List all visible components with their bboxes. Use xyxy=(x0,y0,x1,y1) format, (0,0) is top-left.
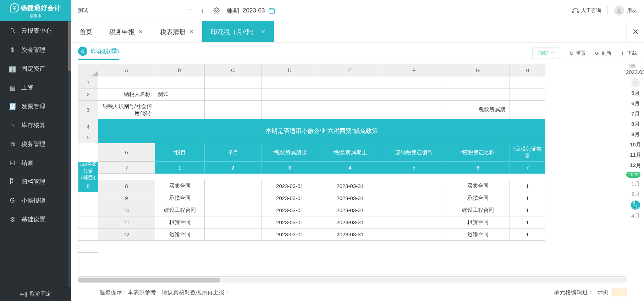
sheet-hscroll-thumb[interactable] xyxy=(78,278,220,283)
cell-tax-item[interactable]: 租赁合同 xyxy=(155,216,205,229)
company-selector[interactable]: 测试 ﹀ xyxy=(78,5,192,16)
spreadsheet[interactable]: ABCDEFGH12纳税人名称:测试3纳税人识别号/社会信用代码:税款所属期:4… xyxy=(78,64,630,277)
period-month[interactable]: 12月 xyxy=(628,161,643,170)
download-button[interactable]: ⤓ 下载 xyxy=(621,50,637,57)
calendar-icon[interactable] xyxy=(268,7,275,14)
tab[interactable]: 税表清册✕ xyxy=(152,21,202,42)
cell-period-start[interactable]: 2023-03-01 xyxy=(262,192,318,204)
cell-cert-name[interactable]: 承揽合同 xyxy=(446,192,510,204)
tab-close-icon[interactable]: ✕ xyxy=(138,28,143,35)
cell-cert-name[interactable]: 租赁合同 xyxy=(446,216,510,229)
cell-tax-item[interactable]: 买卖合同 xyxy=(155,180,205,192)
sidebar-item-calc[interactable]: ▦工资 xyxy=(0,78,71,97)
cell-cert-name[interactable]: 建设工程合同 xyxy=(446,204,510,216)
period-month[interactable]: 11月 xyxy=(628,151,643,159)
cell-period-end[interactable]: 2023-03-31 xyxy=(318,229,382,241)
cell-period-start[interactable]: 2023-03-01 xyxy=(262,229,318,241)
cell-extra[interactable] xyxy=(78,216,98,229)
cell-extra[interactable] xyxy=(78,204,98,216)
refresh-button[interactable]: ⟳ 刷新 xyxy=(595,50,611,57)
cell-period-start[interactable]: 2023-03-01 xyxy=(262,180,318,192)
cell[interactable] xyxy=(155,101,205,119)
cell-period-start[interactable]: 2023-03-01 xyxy=(262,204,318,216)
sidebar-item-close-acc[interactable]: ☑结账 xyxy=(0,154,71,172)
cell-period-end[interactable]: 2023-03-31 xyxy=(318,216,382,229)
close-all-tabs[interactable]: ✕ xyxy=(626,21,644,42)
sidebar-item-chart[interactable]: 〽云报表中心 xyxy=(0,21,71,40)
cell[interactable] xyxy=(318,88,382,101)
cell[interactable] xyxy=(318,76,382,88)
period-begin-button[interactable]: 期初 ﹀ xyxy=(533,48,560,59)
reset-button[interactable]: ↻ 重置 xyxy=(569,50,586,57)
sidebar-item-archive[interactable]: 🗄归档管理 xyxy=(0,172,71,191)
sidebar-item-invoice[interactable]: 🧾发票管理 xyxy=(0,97,71,116)
cell-subitem[interactable] xyxy=(205,229,262,241)
cell-cert-qty[interactable]: 1 xyxy=(510,216,545,229)
cell-extra[interactable] xyxy=(78,229,98,241)
cell-period-start[interactable]: 2023-03-01 xyxy=(262,216,318,229)
cell-cert-no[interactable] xyxy=(382,204,446,216)
cell-period-end[interactable]: 2023-03-31 xyxy=(318,180,382,192)
settings-icon[interactable] xyxy=(213,7,220,14)
cell[interactable] xyxy=(262,101,318,119)
cell-cert-name[interactable]: 买卖合同 xyxy=(446,180,510,192)
tab-close-icon[interactable]: ✕ xyxy=(189,28,194,35)
period-month[interactable]: 1月 xyxy=(630,180,641,188)
sidebar-item-building[interactable]: 🏢固定资产 xyxy=(0,59,71,78)
sidebar-item-refresh[interactable]: G小畅报销 xyxy=(0,191,71,210)
cell[interactable] xyxy=(446,76,510,88)
cell[interactable] xyxy=(510,88,545,101)
cell[interactable] xyxy=(205,76,262,88)
cell-tax-item[interactable]: 承揽合同 xyxy=(155,192,205,204)
support-link[interactable]: 人工咨询 xyxy=(572,7,601,14)
cell-cert-name[interactable]: 运输合同 xyxy=(446,229,510,241)
cell-cert-no[interactable] xyxy=(382,229,446,241)
period-month[interactable]: 5月 xyxy=(630,89,641,97)
unpin-button[interactable]: ⇤∥ 取消固定 xyxy=(0,287,71,301)
cell-subitem[interactable] xyxy=(205,192,262,204)
cell-extra[interactable] xyxy=(78,241,98,253)
cell[interactable] xyxy=(382,101,446,119)
period-month[interactable]: 2月 xyxy=(630,190,641,198)
period-month[interactable]: 8月 xyxy=(630,120,641,128)
period-month[interactable]: 6月 xyxy=(630,100,641,108)
cell-cert-qty[interactable]: 1 xyxy=(510,180,545,192)
period-month[interactable]: 7月 xyxy=(630,110,641,118)
tab[interactable]: 首页 xyxy=(71,21,101,42)
cell-cert-qty[interactable]: 1 xyxy=(510,192,545,204)
period-year-pill[interactable]: 2023 xyxy=(626,172,641,178)
cell-subitem[interactable] xyxy=(205,180,262,192)
cell[interactable] xyxy=(205,101,262,119)
cell-tax-item[interactable]: 建设工程合同 xyxy=(155,204,205,216)
period-month[interactable]: 10月 xyxy=(628,141,643,149)
sub-tab-active[interactable]: 税 印花税(季) xyxy=(78,47,119,60)
taxpayer-name-value[interactable]: 测试 xyxy=(155,88,205,101)
cell[interactable] xyxy=(510,101,545,119)
period-month[interactable]: 9月 xyxy=(630,130,641,139)
user-menu[interactable]: 用友 xyxy=(614,6,637,16)
cell-cert-no[interactable] xyxy=(382,216,446,229)
sidebar-item-home[interactable]: ⌂库存核算 xyxy=(0,116,71,135)
sidebar-item-tax[interactable]: ℅税务管理 xyxy=(0,135,71,154)
tab-close-icon[interactable]: ✕ xyxy=(261,28,265,35)
period-month[interactable]: 4月 xyxy=(630,212,641,220)
tab[interactable]: 税务申报✕ xyxy=(101,21,152,42)
cell[interactable] xyxy=(262,88,318,101)
cell-subitem[interactable] xyxy=(205,216,262,229)
cell[interactable] xyxy=(318,101,382,119)
cell[interactable] xyxy=(446,88,510,101)
cell[interactable] xyxy=(205,88,262,101)
period-scroll-up[interactable]: ∧ xyxy=(631,79,640,87)
cell[interactable] xyxy=(262,76,318,88)
tab[interactable]: 印花税（月/季）✕ xyxy=(202,21,274,42)
cell[interactable] xyxy=(98,76,155,88)
cell-period-end[interactable]: 2023-03-31 xyxy=(318,192,382,204)
cell-cert-qty[interactable]: 1 xyxy=(510,204,545,216)
cell[interactable] xyxy=(382,76,446,88)
sidebar-item-gear[interactable]: ⚙基础设置 xyxy=(0,210,71,229)
cell-period-end[interactable]: 2023-03-31 xyxy=(318,204,382,216)
period-month[interactable]: 3月 xyxy=(631,200,640,210)
cell-cert-no[interactable] xyxy=(382,180,446,192)
sidebar-item-money[interactable]: ＄资金管理 xyxy=(0,40,71,59)
add-button[interactable]: ＋ xyxy=(199,6,206,16)
